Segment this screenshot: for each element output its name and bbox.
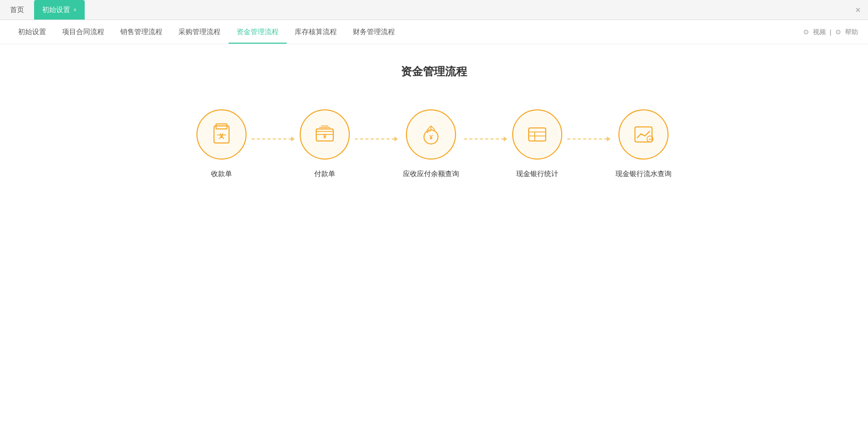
flow-row: ¥ 收款单 ¥ 付款单 <box>196 109 672 179</box>
connector-3 <box>459 136 512 141</box>
nav-item-finance-mgmt[interactable]: 财务管理流程 <box>345 20 403 44</box>
flow-circle-balance-query: ¥ <box>406 109 456 160</box>
svg-text:¥: ¥ <box>429 134 433 141</box>
connector-2 <box>350 136 403 141</box>
home-label: 首页 <box>10 6 24 15</box>
page-title: 资金管理流程 <box>401 64 467 79</box>
nav-divider: | <box>830 28 831 36</box>
circle-icon-video: ⊙ <box>803 28 809 36</box>
nav-bar: 初始设置 项目合同流程 销售管理流程 采购管理流程 资金管理流程 库存核算流程 … <box>0 20 868 44</box>
nav-item-purchase-mgmt[interactable]: 采购管理流程 <box>170 20 229 44</box>
svg-text:+: + <box>648 137 651 142</box>
active-tab[interactable]: 初始设置 × <box>34 0 85 20</box>
cash-bank-flow-icon: + <box>631 122 656 147</box>
cash-bank-stat-icon <box>525 122 550 147</box>
flow-circle-cash-bank-stat <box>512 109 562 160</box>
balance-query-icon: ¥ <box>418 122 444 147</box>
flow-item-cash-bank-flow[interactable]: + 现金银行流水查询 <box>615 109 672 179</box>
tab-close-icon[interactable]: × <box>73 7 77 14</box>
flow-label-balance-query: 应收应付余额查询 <box>403 170 459 179</box>
active-tab-label: 初始设置 <box>42 6 70 15</box>
flow-label-cash-bank-flow: 现金银行流水查询 <box>615 170 672 179</box>
flow-circle-cash-bank-flow: + <box>618 109 669 160</box>
connector-1 <box>247 136 300 141</box>
nav-item-project-contract[interactable]: 项目合同流程 <box>54 20 112 44</box>
flow-circle-receipt: ¥ <box>196 109 247 160</box>
circle-icon-help: ⊙ <box>835 28 841 36</box>
flow-item-receipt[interactable]: ¥ 收款单 <box>196 109 247 179</box>
flow-item-payment[interactable]: ¥ 付款单 <box>300 109 350 179</box>
flow-label-receipt: 收款单 <box>211 170 232 179</box>
help-link[interactable]: 帮助 <box>845 28 858 37</box>
video-link[interactable]: 视频 <box>813 28 826 37</box>
nav-item-inventory[interactable]: 库存核算流程 <box>287 20 345 44</box>
page-content: 资金管理流程 ¥ 收款单 <box>0 44 868 199</box>
window-close-button[interactable]: × <box>848 0 868 20</box>
flow-label-payment: 付款单 <box>314 170 335 179</box>
nav-item-initial-setup[interactable]: 初始设置 <box>10 20 54 44</box>
nav-item-capital-mgmt[interactable]: 资金管理流程 <box>229 20 287 44</box>
svg-rect-10 <box>529 128 546 141</box>
home-tab[interactable]: 首页 <box>0 0 34 20</box>
flow-item-balance-query[interactable]: ¥ 应收应付余额查询 <box>403 109 459 179</box>
window-close-icon: × <box>855 5 861 16</box>
flow-circle-payment: ¥ <box>300 109 350 160</box>
svg-text:¥: ¥ <box>323 133 327 140</box>
connector-4 <box>562 136 615 141</box>
nav-right-area: ⊙ 视频 | ⊙ 帮助 <box>803 28 858 37</box>
nav-item-sales-mgmt[interactable]: 销售管理流程 <box>112 20 170 44</box>
receipt-icon: ¥ <box>209 122 234 147</box>
payment-icon: ¥ <box>312 122 337 147</box>
flow-item-cash-bank-stat[interactable]: 现金银行统计 <box>512 109 562 179</box>
flow-label-cash-bank-stat: 现金银行统计 <box>516 170 558 179</box>
